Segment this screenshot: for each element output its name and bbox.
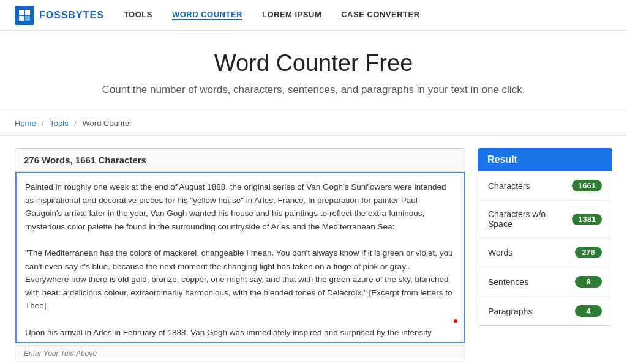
logo-icon	[15, 6, 34, 25]
nav-case-converter[interactable]: CASE CONVERTER	[341, 10, 419, 20]
result-item-sentences: Sentences 8	[478, 267, 612, 297]
svg-rect-2	[19, 16, 24, 21]
result-panel: Result Characters 1661 Characters w/o Sp…	[478, 148, 612, 362]
result-label-sentences: Sentences	[488, 277, 528, 287]
svg-rect-1	[25, 10, 30, 15]
result-badge-characters: 1661	[572, 180, 602, 191]
result-item-words: Words 276	[478, 238, 612, 267]
result-label-characters: Characters	[488, 181, 530, 191]
svg-rect-0	[19, 10, 24, 15]
result-badge-chars-no-space: 1381	[572, 214, 602, 225]
result-badge-paragraphs: 4	[575, 305, 602, 317]
red-dot-indicator	[454, 319, 457, 323]
text-panel: 276 Words, 1661 Characters Painted in ro…	[15, 148, 465, 362]
result-item-chars-no-space: Characters w/o Space 1381	[478, 201, 612, 238]
result-header: Result	[478, 148, 612, 171]
hero-subtitle: Count the number of words, characters, s…	[10, 84, 617, 96]
nav-lorem-ipsum[interactable]: LOREM IPSUM	[262, 10, 321, 20]
result-label-chars-no-space: Characters w/o Space	[488, 209, 572, 229]
breadcrumb: Home / Tools / Word Counter	[15, 119, 612, 128]
result-label-words: Words	[488, 248, 512, 258]
text-panel-footer: Enter Your Text Above	[15, 345, 465, 362]
logo-text: FOSSBYTES	[39, 10, 104, 21]
breadcrumb-sep-2: /	[74, 119, 77, 128]
text-input[interactable]: Painted in roughly one week at the end o…	[15, 172, 465, 343]
breadcrumb-home[interactable]: Home	[15, 119, 36, 128]
nav-word-counter[interactable]: WORD COUNTER	[172, 10, 242, 20]
nav-tools[interactable]: TOOLS	[124, 10, 152, 20]
page-title: Word Counter Free	[10, 50, 617, 76]
result-badge-sentences: 8	[575, 276, 602, 288]
text-panel-header: 276 Words, 1661 Characters	[15, 149, 465, 172]
result-list: Characters 1661 Characters w/o Space 138…	[478, 171, 612, 326]
breadcrumb-bar: Home / Tools / Word Counter	[0, 111, 627, 136]
result-item-paragraphs: Paragraphs 4	[478, 297, 612, 325]
hero-section: Word Counter Free Count the number of wo…	[0, 31, 627, 111]
result-badge-words: 276	[575, 247, 602, 258]
logo[interactable]: FOSSBYTES	[15, 6, 104, 25]
breadcrumb-tools[interactable]: Tools	[50, 119, 68, 128]
breadcrumb-sep-1: /	[42, 119, 44, 128]
result-label-paragraphs: Paragraphs	[488, 306, 532, 316]
text-area-wrapper: Painted in roughly one week at the end o…	[15, 172, 465, 345]
breadcrumb-current: Word Counter	[83, 119, 132, 128]
nav-links: TOOLS WORD COUNTER LOREM IPSUM CASE CONV…	[124, 10, 420, 20]
svg-rect-3	[25, 16, 30, 21]
main-content: 276 Words, 1661 Characters Painted in ro…	[0, 136, 627, 364]
navbar: FOSSBYTES TOOLS WORD COUNTER LOREM IPSUM…	[0, 0, 627, 31]
result-item-characters: Characters 1661	[478, 171, 612, 201]
